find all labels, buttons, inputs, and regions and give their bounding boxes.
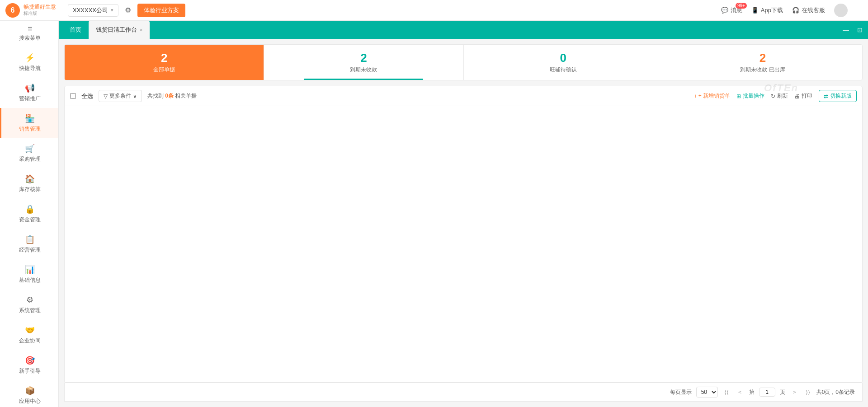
batch-operation-button[interactable]: ⊞ 批量操作 [736, 92, 764, 100]
chevron-down-icon: ▾ [111, 7, 113, 13]
prev-page-button[interactable]: ＜ [735, 387, 745, 397]
tab-home[interactable]: 首页 [62, 21, 89, 39]
found-count: 0条 [165, 93, 174, 99]
per-page-select[interactable]: 50 [696, 387, 718, 398]
tab-minimize-icon[interactable]: — [841, 24, 851, 35]
sidebar-item-inventory[interactable]: 🏠 库存核算 [0, 168, 58, 199]
content-area: 2 全部单据 2 到期未收款 0 旺辅待确认 2 到期未收款 已出库 [59, 39, 868, 407]
marketing-icon: 📢 [25, 83, 35, 93]
table-area [64, 106, 863, 383]
summary-card-overdue-label: 到期未收款 [273, 66, 454, 74]
summary-card-pending-label: 旺辅待确认 [473, 66, 654, 74]
plus-icon: + [694, 93, 697, 99]
filter-icon: ▽ [104, 93, 108, 99]
sidebar-item-cooperation[interactable]: 🤝 企业协同 [0, 320, 58, 350]
sidebar-item-guide[interactable]: 🎯 新手引导 [0, 350, 58, 380]
nav-icon: ⚡ [25, 53, 35, 63]
message-badge: 99+ [736, 3, 747, 9]
filter-button[interactable]: ▽ 更多条件 ∨ [99, 90, 142, 102]
toolbar-right: + + 新增销货单 ⊞ 批量操作 ↻ 刷新 🖨 打印 [694, 90, 857, 102]
sidebar-app-center-label: 应用中心 [19, 398, 41, 405]
summary-card-pending-num: 0 [473, 51, 654, 65]
first-page-button[interactable]: ⟨⟨ [722, 388, 731, 397]
logo-area: 6 畅捷通好生意 标准版 [5, 3, 64, 18]
toolbar: 全选 ▽ 更多条件 ∨ 共找到 0条 相关单据 + + 新增销 [64, 86, 863, 106]
sidebar-item-basic-info[interactable]: 📊 基础信息 [0, 259, 58, 290]
avatar[interactable] [834, 4, 848, 17]
sidebar-purchase-label: 采购管理 [19, 155, 41, 163]
message-button[interactable]: 💬 消息 99+ [721, 6, 742, 14]
sidebar-basic-info-label: 基础信息 [19, 276, 41, 284]
chevron-icon: ∨ [133, 93, 137, 99]
sidebar-item-purchase[interactable]: 🛒 采购管理 [0, 138, 58, 168]
refresh-button[interactable]: ↻ 刷新 [771, 92, 788, 100]
sidebar-item-search[interactable]: ☰ 搜索菜单 [0, 21, 58, 47]
summary-card-shipped[interactable]: 2 到期未收款 已出库 [663, 45, 862, 80]
tab-close-icon[interactable]: × [140, 27, 142, 33]
summary-cards: 2 全部单据 2 到期未收款 0 旺辅待确认 2 到期未收款 已出库 [64, 44, 863, 80]
sidebar-marketing-label: 营销推广 [19, 95, 41, 103]
sidebar-guide-label: 新手引导 [19, 367, 41, 375]
main-content: 首页 钱货日清工作台 × — ⊡ 2 全部单据 2 到期未收款 [59, 21, 868, 407]
sidebar-quick-nav-label: 快捷导航 [19, 65, 41, 72]
print-button[interactable]: 🖨 打印 [794, 92, 812, 100]
tab-right-buttons: — ⊡ [841, 24, 864, 35]
sidebar-finance-label: 资金管理 [19, 216, 41, 224]
summary-card-shipped-num: 2 [672, 51, 853, 65]
sidebar-item-marketing[interactable]: 📢 营销推广 [0, 78, 58, 108]
finance-icon: 🔒 [25, 204, 35, 214]
message-icon: 💬 [721, 7, 728, 14]
print-icon: 🖨 [794, 93, 800, 99]
switch-version-button[interactable]: ⇄ 切换新版 [819, 90, 857, 102]
company-selector[interactable]: XXXXXX公司 ▾ [68, 4, 118, 17]
sidebar-item-quick-nav[interactable]: ⚡ 快捷导航 [0, 47, 58, 78]
sidebar-search-label: 搜索菜单 [19, 34, 41, 42]
last-page-button[interactable]: ⟩⟩ [804, 388, 812, 397]
sidebar-operations-label: 经营管理 [19, 246, 41, 254]
search-icon: ☰ [28, 26, 33, 33]
summary-card-all-num: 2 [74, 51, 255, 65]
new-sales-button[interactable]: + + 新增销货单 [694, 92, 730, 100]
system-icon: ⚙ [26, 295, 33, 305]
sidebar-item-sales[interactable]: 🏪 销售管理 [0, 108, 58, 138]
tab-active-label: 钱货日清工作台 [96, 26, 137, 34]
found-text: 共找到 0条 相关单据 [147, 92, 197, 100]
tab-active[interactable]: 钱货日清工作台 × [89, 21, 150, 39]
operations-icon: 📋 [25, 234, 35, 244]
refresh-icon: ↻ [771, 93, 775, 99]
summary-card-all[interactable]: 2 全部单据 [65, 45, 264, 80]
total-records: 共0页，0条记录 [816, 388, 855, 396]
summary-card-overdue[interactable]: 2 到期未收款 [264, 45, 463, 80]
page-suffix: 页 [780, 388, 785, 396]
sidebar-item-operations[interactable]: 📋 经营管理 [0, 229, 58, 259]
download-icon: 📱 [751, 7, 759, 14]
sidebar-system-label: 系统管理 [19, 307, 41, 314]
filter-label: 更多条件 [109, 92, 131, 100]
sidebar: ☰ 搜索菜单 ⚡ 快捷导航 📢 营销推广 🏪 销售管理 🛒 采购管理 🏠 库存核… [0, 21, 59, 407]
online-service-button[interactable]: 🎧 在线客服 [792, 6, 825, 14]
sidebar-item-app-center[interactable]: 📦 应用中心 [0, 380, 58, 407]
pagination-bar: 每页显示 50 ⟨⟨ ＜ 第 页 ＞ ⟩⟩ 共0页，0条记录 [64, 383, 863, 402]
service-icon: 🎧 [792, 7, 799, 14]
settings-button[interactable]: ⚙ [123, 4, 133, 16]
cooperation-icon: 🤝 [25, 325, 35, 335]
summary-card-all-label: 全部单据 [74, 66, 255, 74]
logo-text: 畅捷通好生意 [24, 4, 56, 11]
sidebar-item-system[interactable]: ⚙ 系统管理 [0, 290, 58, 320]
select-all-checkbox[interactable] [70, 93, 76, 99]
layout: ☰ 搜索菜单 ⚡ 快捷导航 📢 营销推广 🏪 销售管理 🛒 采购管理 🏠 库存核… [0, 21, 868, 407]
top-header: 6 畅捷通好生意 标准版 XXXXXX公司 ▾ ⚙ 体验行业方案 💬 消息 99… [0, 0, 868, 21]
summary-card-overdue-num: 2 [273, 51, 454, 65]
summary-card-pending[interactable]: 0 旺辅待确认 [464, 45, 663, 80]
app-download-button[interactable]: 📱 App下载 [751, 6, 783, 14]
sidebar-item-finance[interactable]: 🔒 资金管理 [0, 199, 58, 229]
logo-icon: 6 [5, 3, 20, 18]
tab-maximize-icon[interactable]: ⊡ [855, 24, 864, 35]
company-name: XXXXXX公司 [73, 6, 108, 14]
trial-button[interactable]: 体验行业方案 [137, 4, 185, 17]
page-input[interactable] [759, 388, 775, 397]
next-page-button[interactable]: ＞ [790, 387, 799, 397]
tab-home-label: 首页 [70, 26, 81, 34]
switch-icon: ⇄ [824, 93, 828, 99]
summary-card-shipped-label: 到期未收款 已出库 [672, 66, 853, 74]
